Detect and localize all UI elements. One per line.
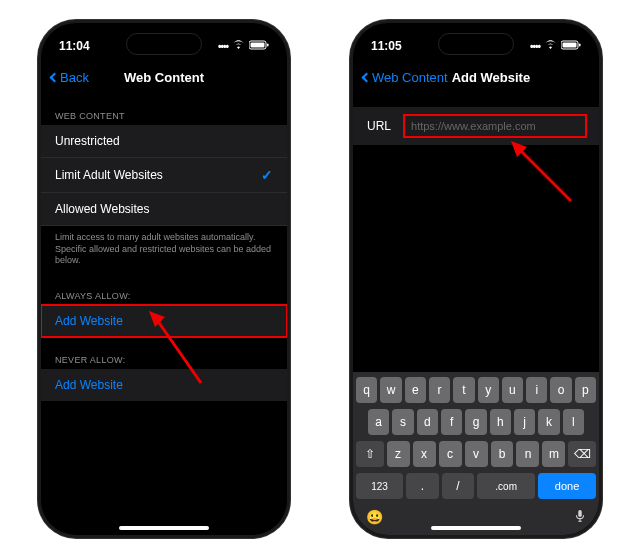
key-done[interactable]: done xyxy=(538,473,596,499)
key-q[interactable]: q xyxy=(356,377,377,403)
key-x[interactable]: x xyxy=(413,441,436,467)
key-m[interactable]: m xyxy=(542,441,565,467)
svg-rect-7 xyxy=(579,44,581,47)
chevron-left-icon xyxy=(50,72,60,82)
key-w[interactable]: w xyxy=(380,377,401,403)
keyboard: q w e r t y u i o p a s d f g h j k l ⇧ … xyxy=(353,372,599,535)
back-button[interactable]: Web Content xyxy=(363,70,448,85)
dynamic-island xyxy=(126,33,202,55)
key-j[interactable]: j xyxy=(514,409,535,435)
nav-bar: Back Web Content xyxy=(41,61,287,93)
key-shift[interactable]: ⇧ xyxy=(356,441,384,467)
keyboard-row-4: 123 . / .com done xyxy=(356,473,596,499)
back-label: Web Content xyxy=(372,70,448,85)
home-indicator[interactable] xyxy=(431,526,521,530)
key-period[interactable]: . xyxy=(406,473,439,499)
battery-icon xyxy=(249,40,269,52)
option-limit-adult[interactable]: Limit Adult Websites ✓ xyxy=(41,158,287,193)
key-numbers[interactable]: 123 xyxy=(356,473,403,499)
svg-rect-6 xyxy=(563,43,577,48)
key-l[interactable]: l xyxy=(563,409,584,435)
wifi-icon xyxy=(544,40,557,52)
phone-left: 11:04 •••• Back Web Content WEB CONTENT … xyxy=(38,20,290,538)
key-t[interactable]: t xyxy=(453,377,474,403)
phone-right: 11:05 •••• Web Content Add Website URL q xyxy=(350,20,602,538)
status-time: 11:05 xyxy=(371,39,402,53)
emoji-button[interactable]: 😀 xyxy=(366,509,383,527)
key-s[interactable]: s xyxy=(392,409,413,435)
key-n[interactable]: n xyxy=(516,441,539,467)
key-a[interactable]: a xyxy=(368,409,389,435)
battery-icon xyxy=(561,40,581,52)
status-indicators: •••• xyxy=(530,40,581,52)
key-v[interactable]: v xyxy=(465,441,488,467)
back-button[interactable]: Back xyxy=(51,70,89,85)
svg-line-8 xyxy=(517,147,571,201)
page-title: Web Content xyxy=(124,70,204,85)
key-g[interactable]: g xyxy=(465,409,486,435)
content: WEB CONTENT Unrestricted Limit Adult Web… xyxy=(41,93,287,401)
keyboard-row-2: a s d f g h j k l xyxy=(356,409,596,435)
key-c[interactable]: c xyxy=(439,441,462,467)
nav-bar: Web Content Add Website xyxy=(353,61,599,93)
status-time: 11:04 xyxy=(59,39,90,53)
key-k[interactable]: k xyxy=(538,409,559,435)
key-slash[interactable]: / xyxy=(442,473,475,499)
svg-rect-1 xyxy=(251,43,265,48)
key-f[interactable]: f xyxy=(441,409,462,435)
key-i[interactable]: i xyxy=(526,377,547,403)
option-unrestricted[interactable]: Unrestricted xyxy=(41,125,287,158)
keyboard-row-1: q w e r t y u i o p xyxy=(356,377,596,403)
add-website-always[interactable]: Add Website xyxy=(41,305,287,337)
status-indicators: •••• xyxy=(218,40,269,52)
key-o[interactable]: o xyxy=(550,377,571,403)
key-d[interactable]: d xyxy=(417,409,438,435)
dictation-button[interactable] xyxy=(574,509,586,527)
chevron-left-icon xyxy=(362,72,372,82)
svg-rect-10 xyxy=(578,510,582,517)
key-dotcom[interactable]: .com xyxy=(477,473,535,499)
svg-rect-2 xyxy=(267,44,269,47)
key-r[interactable]: r xyxy=(429,377,450,403)
key-z[interactable]: z xyxy=(387,441,410,467)
key-p[interactable]: p xyxy=(575,377,596,403)
section-footer: Limit access to many adult websites auto… xyxy=(41,226,287,273)
key-e[interactable]: e xyxy=(405,377,426,403)
signal-icon: •••• xyxy=(218,41,228,52)
option-allowed-only[interactable]: Allowed Websites xyxy=(41,193,287,226)
signal-icon: •••• xyxy=(530,41,540,52)
section-header-never: NEVER ALLOW: xyxy=(41,337,287,369)
key-h[interactable]: h xyxy=(490,409,511,435)
wifi-icon xyxy=(232,40,245,52)
home-indicator[interactable] xyxy=(119,526,209,530)
page-title: Add Website xyxy=(452,70,531,85)
add-website-never[interactable]: Add Website xyxy=(41,369,287,401)
url-row: URL xyxy=(353,107,599,145)
content: URL xyxy=(353,107,599,145)
back-label: Back xyxy=(60,70,89,85)
url-label: URL xyxy=(367,119,391,133)
section-header-webcontent: WEB CONTENT xyxy=(41,93,287,125)
annotation-arrow xyxy=(503,133,583,213)
url-input[interactable] xyxy=(405,116,585,136)
dynamic-island xyxy=(438,33,514,55)
section-header-always: ALWAYS ALLOW: xyxy=(41,273,287,305)
key-b[interactable]: b xyxy=(491,441,514,467)
key-y[interactable]: y xyxy=(478,377,499,403)
key-backspace[interactable]: ⌫ xyxy=(568,441,596,467)
key-u[interactable]: u xyxy=(502,377,523,403)
keyboard-bottom: 😀 xyxy=(356,505,596,527)
checkmark-icon: ✓ xyxy=(261,167,273,183)
keyboard-row-3: ⇧ z x c v b n m ⌫ xyxy=(356,441,596,467)
